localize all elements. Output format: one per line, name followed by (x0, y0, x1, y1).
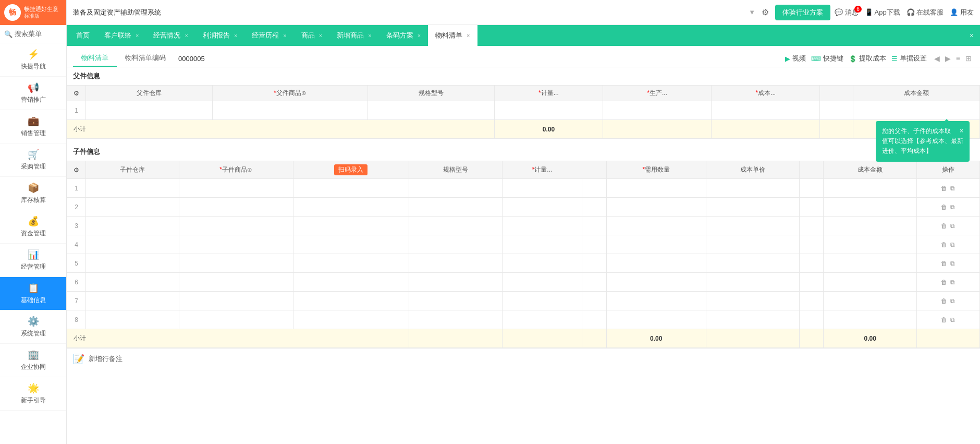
sidebar-item-enterprise[interactable]: 🏢 企业协同 (0, 344, 66, 377)
sidebar-item-marketing[interactable]: 📢 营销推广 (0, 77, 66, 110)
delete-icon-8[interactable]: 🗑 (941, 316, 947, 323)
sidebar-item-inventory[interactable]: 📦 库存核算 (0, 177, 66, 210)
close-all-icon[interactable]: × (965, 29, 978, 42)
child-unit-5[interactable] (502, 254, 582, 273)
child-qty-2[interactable] (606, 198, 706, 217)
copy-icon-8[interactable]: ⧉ (950, 316, 955, 323)
sidebar-item-finance[interactable]: 💰 资金管理 (0, 210, 66, 244)
trial-button[interactable]: 体验行业方案 (775, 5, 830, 20)
shortcut-btn[interactable]: ⌨ 快捷键 (811, 54, 843, 63)
child-scan-7[interactable] (293, 292, 409, 310)
next-arrow-icon[interactable]: ▶ (943, 53, 953, 64)
parent-spec-cell[interactable] (368, 101, 494, 120)
child-scan-3[interactable] (293, 217, 409, 235)
child-warehouse-6[interactable] (86, 273, 179, 292)
menu-icon[interactable]: ≡ (954, 53, 962, 64)
child-spec-7[interactable] (409, 292, 503, 310)
child-warehouse-4[interactable] (86, 235, 179, 254)
parent-goods-cell[interactable] (213, 101, 368, 120)
copy-icon-3[interactable]: ⧉ (950, 222, 955, 230)
close-biz-history-icon[interactable]: × (283, 32, 286, 39)
child-unit-6[interactable] (502, 273, 582, 292)
close-customer-icon[interactable]: × (136, 32, 139, 39)
child-qty-5[interactable] (606, 254, 706, 273)
close-new-goods-icon[interactable]: × (368, 32, 371, 39)
app-download[interactable]: 📱 App下载 (865, 8, 900, 17)
child-goods-7[interactable] (179, 292, 293, 310)
tab-customer[interactable]: 客户联络× (97, 25, 146, 46)
copy-icon-2[interactable]: ⧉ (950, 203, 955, 211)
child-unit-cost-5[interactable] (706, 254, 800, 273)
child-qty-8[interactable] (606, 310, 706, 329)
sidebar-item-system[interactable]: ⚙️ 系统管理 (0, 310, 66, 344)
user-area[interactable]: 👤 用友 (950, 8, 974, 17)
child-spec-2[interactable] (409, 198, 503, 217)
copy-icon-1[interactable]: ⧉ (950, 185, 955, 192)
search-menu[interactable]: 🔍 搜索菜单 (0, 25, 66, 43)
child-unit-cost-6[interactable] (706, 273, 800, 292)
child-col-gear[interactable]: ⚙ (67, 161, 86, 179)
delete-icon-2[interactable]: 🗑 (941, 203, 947, 211)
child-warehouse-2[interactable] (86, 198, 179, 217)
copy-icon-5[interactable]: ⧉ (950, 260, 955, 267)
child-goods-3[interactable] (179, 217, 293, 235)
child-unit-cost-1[interactable] (706, 179, 800, 198)
child-scan-2[interactable] (293, 198, 409, 217)
grid-icon[interactable]: ⊞ (963, 53, 974, 64)
tab-home[interactable]: 首页 (69, 25, 97, 46)
child-unit-7[interactable] (502, 292, 582, 310)
cost-btn[interactable]: 💲 提取成本 (849, 54, 886, 63)
child-scan-8[interactable] (293, 310, 409, 329)
gear-icon[interactable]: ⚙ (760, 5, 771, 19)
tab-bom[interactable]: 物料清单× (428, 25, 477, 46)
child-warehouse-3[interactable] (86, 217, 179, 235)
child-qty-3[interactable] (606, 217, 706, 235)
prev-arrow-icon[interactable]: ◀ (932, 53, 942, 64)
delete-icon-4[interactable]: 🗑 (941, 241, 947, 248)
child-unit-1[interactable] (502, 179, 582, 198)
child-qty-7[interactable] (606, 292, 706, 310)
child-unit-cost-7[interactable] (706, 292, 800, 310)
child-unit-8[interactable] (502, 310, 582, 329)
copy-icon-4[interactable]: ⧉ (950, 241, 955, 248)
child-warehouse-7[interactable] (86, 292, 179, 310)
close-barcode-icon[interactable]: × (418, 32, 421, 39)
parent-col-gear[interactable]: ⚙ (67, 86, 86, 101)
delete-icon-6[interactable]: 🗑 (941, 279, 947, 286)
child-unit-cost-8[interactable] (706, 310, 800, 329)
parent-cost-cell[interactable] (712, 101, 820, 120)
close-operations-icon[interactable]: × (185, 32, 188, 39)
single-setting-btn[interactable]: ☰ 单据设置 (891, 54, 927, 63)
child-warehouse-8[interactable] (86, 310, 179, 329)
delete-icon-1[interactable]: 🗑 (941, 185, 947, 192)
parent-warehouse-cell[interactable] (86, 101, 213, 120)
child-spec-6[interactable] (409, 273, 503, 292)
child-goods-8[interactable] (179, 310, 293, 329)
child-unit-4[interactable] (502, 235, 582, 254)
parent-unit-cell[interactable] (494, 101, 603, 120)
child-col-scan[interactable]: 扫码录入 (293, 161, 409, 179)
child-spec-4[interactable] (409, 235, 503, 254)
sidebar-item-basic-info[interactable]: 📋 基础信息 (0, 277, 66, 310)
sidebar-item-sales[interactable]: 💼 销售管理 (0, 110, 66, 143)
close-bom-icon[interactable]: × (467, 32, 470, 39)
delete-icon-5[interactable]: 🗑 (941, 260, 947, 267)
child-qty-4[interactable] (606, 235, 706, 254)
sidebar-item-guide[interactable]: 🌟 新手引导 (0, 377, 66, 411)
close-profit-icon[interactable]: × (234, 32, 237, 39)
child-scan-1[interactable] (293, 179, 409, 198)
parent-production-cell[interactable] (603, 101, 712, 120)
online-service[interactable]: 🎧 在线客服 (906, 8, 944, 17)
tab-operations[interactable]: 经营情况× (146, 25, 195, 46)
child-goods-4[interactable] (179, 235, 293, 254)
child-qty-1[interactable] (606, 179, 706, 198)
message-badge[interactable]: 💬 6 消息 (835, 8, 859, 17)
child-unit-cost-3[interactable] (706, 217, 800, 235)
scan-button[interactable]: 扫码录入 (334, 164, 368, 175)
dropdown-arrow-icon[interactable]: ▼ (749, 8, 755, 16)
tooltip-close-btn[interactable]: × (960, 126, 963, 136)
child-scan-4[interactable] (293, 235, 409, 254)
child-spec-5[interactable] (409, 254, 503, 273)
child-unit-cost-2[interactable] (706, 198, 800, 217)
sidebar-item-quick-nav[interactable]: ⚡ 快捷导航 (0, 43, 66, 77)
